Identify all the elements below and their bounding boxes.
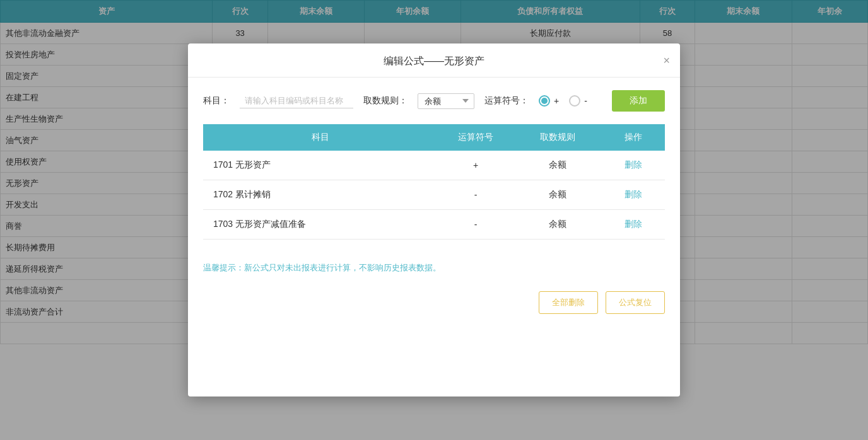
radio-minus-label: - <box>584 96 587 106</box>
modal-header: 编辑公式——无形资产 × <box>188 43 680 78</box>
row2-rule: 余额 <box>513 180 602 210</box>
row1-rule: 余额 <box>513 151 602 180</box>
row3-operator: - <box>438 210 513 240</box>
row1-operator: + <box>438 151 513 180</box>
table-row: 1702 累计摊销 - 余额 删除 <box>203 180 665 210</box>
close-button[interactable]: × <box>663 55 670 66</box>
modal-hint: 温馨提示：新公式只对未出报表进行计算，不影响历史报表数据。 <box>188 252 680 284</box>
row3-action: 删除 <box>602 210 665 240</box>
subject-label: 科目： <box>203 95 230 107</box>
radio-plus-circle <box>539 95 550 107</box>
reset-button[interactable]: 公式复位 <box>606 291 665 314</box>
table-row: 1703 无形资产减值准备 - 余额 删除 <box>203 210 665 240</box>
hint-text: 温馨提示：新公式只对未出报表进行计算，不影响历史报表数据。 <box>203 263 441 272</box>
row3-delete-link[interactable]: 删除 <box>625 219 642 229</box>
modal-title: 编辑公式——无形资产 <box>384 55 484 68</box>
modal-dialog: 编辑公式——无形资产 × 科目： 取数规则： 余额 借方 贷方 借方累计 贷方累… <box>188 43 680 397</box>
delete-all-button[interactable]: 全部删除 <box>539 291 598 314</box>
row1-subject: 1701 无形资产 <box>203 151 438 180</box>
col-subject: 科目 <box>203 124 438 151</box>
row1-action: 删除 <box>602 151 665 180</box>
subject-input[interactable] <box>240 93 353 108</box>
table-row: 1701 无形资产 + 余额 删除 <box>203 151 665 180</box>
form-row: 科目： 取数规则： 余额 借方 贷方 借方累计 贷方累计 运算符号： <box>203 90 665 112</box>
modal-body: 科目： 取数规则： 余额 借方 贷方 借方累计 贷方累计 运算符号： <box>188 78 680 252</box>
row3-subject: 1703 无形资产减值准备 <box>203 210 438 240</box>
formula-table: 科目 运算符号 取数规则 操作 1701 无形资产 + 余额 删除 <box>203 124 665 240</box>
row2-action: 删除 <box>602 180 665 210</box>
rule-label: 取数规则： <box>363 95 408 107</box>
row2-subject: 1702 累计摊销 <box>203 180 438 210</box>
add-button[interactable]: 添加 <box>612 90 665 112</box>
rule-select[interactable]: 余额 借方 贷方 借方累计 贷方累计 <box>418 93 474 109</box>
modal-footer: 全部删除 公式复位 <box>188 284 680 327</box>
radio-minus[interactable]: - <box>569 95 587 107</box>
row2-delete-link[interactable]: 删除 <box>625 189 642 199</box>
radio-plus[interactable]: + <box>539 95 559 107</box>
col-rule: 取数规则 <box>513 124 602 151</box>
row3-rule: 余额 <box>513 210 602 240</box>
radio-minus-circle <box>569 95 580 107</box>
row2-operator: - <box>438 180 513 210</box>
operator-radio-group: + - <box>539 95 587 107</box>
modal-overlay: 编辑公式——无形资产 × 科目： 取数规则： 余额 借方 贷方 借方累计 贷方累… <box>0 0 868 440</box>
operator-label: 运算符号： <box>484 95 529 107</box>
radio-plus-label: + <box>554 96 559 106</box>
row1-delete-link[interactable]: 删除 <box>625 159 642 170</box>
rule-select-group: 余额 借方 贷方 借方累计 贷方累计 <box>418 93 474 109</box>
col-action: 操作 <box>602 124 665 151</box>
col-operator: 运算符号 <box>438 124 513 151</box>
